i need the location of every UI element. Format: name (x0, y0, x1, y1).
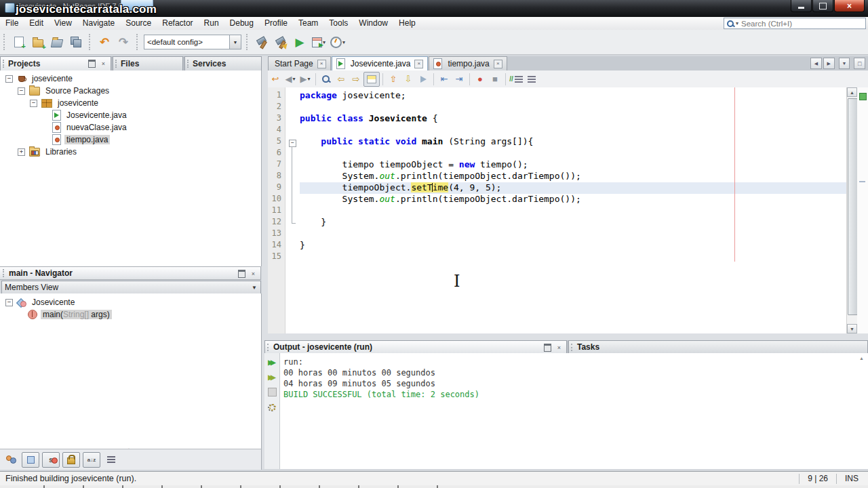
code-editor[interactable]: 123456789101112131415 − package josevice… (268, 87, 868, 333)
menu-debug[interactable]: Debug (224, 17, 259, 30)
minimize-panel-button[interactable] (237, 269, 246, 278)
code-line[interactable] (300, 102, 846, 113)
scroll-tabs-right-button[interactable]: ▶ (823, 58, 835, 69)
tree-item-josevicente[interactable]: −Josevicente (0, 296, 261, 308)
maximize-window-button[interactable] (812, 0, 833, 12)
output-panel[interactable]: ▶▶ ▶▶ run:00 horas 00 minutos 00 segundo… (264, 353, 868, 469)
tree-item-source-packages[interactable]: −Source Packages (0, 85, 261, 97)
collapse-icon[interactable]: − (5, 75, 13, 83)
sort-by-source-button[interactable] (103, 453, 119, 467)
code-line[interactable]: System.out.println(tiempoObject.darTiemp… (300, 171, 846, 182)
find-previous-button[interactable]: ⇦ (334, 73, 349, 86)
close-window-button[interactable]: × (834, 0, 865, 12)
search-scope-dropdown-icon[interactable]: ▾ (736, 20, 738, 26)
close-output-button[interactable]: × (555, 343, 564, 352)
sort-alphabetically-button[interactable]: a↓z (83, 452, 100, 468)
code-line[interactable]: public static void main (String args[]){ (300, 136, 846, 148)
config-selector[interactable]: <default config> ▼ (144, 35, 241, 49)
menu-profile[interactable]: Profile (259, 17, 293, 30)
menu-window[interactable]: Window (353, 17, 393, 30)
show-inherited-members-button[interactable] (3, 453, 19, 467)
close-tab-button[interactable]: × (494, 60, 502, 68)
document-list-button[interactable]: ▼ (839, 58, 850, 69)
expand-icon[interactable]: + (18, 148, 25, 156)
editor-tab-start-page[interactable]: Start Page× (268, 56, 331, 70)
minimize-window-button[interactable] (791, 0, 812, 12)
collapse-icon[interactable]: − (18, 87, 25, 95)
code-line[interactable] (300, 205, 846, 217)
tab-files[interactable]: Files (113, 56, 183, 70)
close-tab-button[interactable]: × (414, 60, 423, 68)
close-tab-button[interactable]: × (317, 60, 326, 68)
collapse-icon[interactable]: − (5, 299, 13, 306)
menu-view[interactable]: View (49, 17, 77, 30)
menu-source[interactable]: Source (120, 17, 157, 30)
scroll-down-button[interactable]: ▼ (847, 324, 857, 333)
code-line[interactable] (300, 228, 846, 240)
run-project-button[interactable]: ▶ (290, 33, 309, 52)
rerun-with-args-button[interactable]: ▶▶ (266, 371, 278, 383)
tasks-tab[interactable]: Tasks (568, 340, 868, 353)
menu-run[interactable]: Run (199, 17, 224, 30)
close-panel-button[interactable]: × (249, 269, 258, 278)
new-file-button[interactable]: + (9, 33, 28, 52)
undo-button[interactable]: ↶ (95, 33, 114, 52)
code-line[interactable] (300, 251, 846, 263)
code-line[interactable]: } (300, 240, 846, 251)
rerun-button[interactable]: ▶▶ (266, 356, 278, 368)
menu-navigate[interactable]: Navigate (77, 17, 120, 30)
stop-build-button[interactable] (266, 386, 278, 398)
show-static-members-button[interactable]: s (42, 452, 60, 468)
new-project-button[interactable]: + (28, 33, 47, 52)
shift-line-right-button[interactable]: ⇥ (452, 73, 467, 86)
toggle-bookmark-button[interactable] (416, 73, 431, 86)
tree-item-nuevaclase-java[interactable]: nuevaClase.java (0, 121, 261, 134)
menu-file[interactable]: File (0, 17, 24, 30)
comment-button[interactable]: // (509, 73, 524, 86)
menu-tools[interactable]: Tools (323, 17, 353, 30)
navigator-view-selector[interactable]: Members View ▼ (1, 281, 261, 294)
show-non-public-members-button[interactable] (62, 452, 80, 468)
horizontal-splitter[interactable] (262, 333, 868, 340)
editor-tab-tiempo-java[interactable]: tiempo.java× (429, 56, 507, 70)
toggle-highlight-search-button[interactable] (363, 72, 380, 87)
forward-button[interactable]: ▶▾ (298, 73, 313, 86)
maximize-editor-button[interactable]: □ (854, 58, 865, 69)
tree-item-main-string-args[interactable]: main(String[] args) (0, 308, 261, 321)
tree-item-tiempo-java[interactable]: tiempo.java (0, 134, 261, 146)
profile-project-button[interactable]: ▾ (328, 33, 347, 52)
next-occurrence-button[interactable]: ⇩ (401, 73, 416, 86)
find-next-button[interactable]: ⇨ (349, 73, 363, 86)
code-line[interactable]: package josevicente; (300, 90, 846, 102)
search-input[interactable] (740, 20, 865, 28)
uncomment-button[interactable] (524, 73, 538, 86)
config-dropdown-button[interactable]: ▼ (229, 35, 241, 49)
shift-line-left-button[interactable]: ⇤ (437, 73, 452, 86)
collapse-icon[interactable]: − (30, 100, 37, 107)
find-selection-button[interactable] (319, 73, 334, 86)
clean-build-project-button[interactable] (271, 33, 290, 52)
tree-item-josevicente[interactable]: −josevicente (0, 73, 261, 85)
code-line[interactable]: tiempoObject.setTime(4, 9, 5); (300, 182, 846, 194)
scrollbar-thumb[interactable] (848, 98, 858, 315)
code-line[interactable]: System.out.println(tiempoObject.darTiemp… (300, 194, 846, 205)
insert-mode[interactable]: INS (836, 474, 867, 484)
open-project-button[interactable] (47, 33, 66, 52)
previous-occurrence-button[interactable]: ⇧ (386, 73, 401, 86)
tree-item-libraries[interactable]: +Libraries (0, 146, 261, 158)
debug-project-button[interactable]: ▶▾ (309, 33, 328, 52)
menu-edit[interactable]: Edit (24, 17, 49, 30)
error-stripe[interactable] (857, 87, 868, 333)
code-area[interactable]: package josevicente; public class Josevi… (300, 90, 846, 263)
save-all-button[interactable] (66, 33, 85, 52)
redo-button[interactable]: ↷ (114, 33, 133, 52)
menu-help[interactable]: Help (393, 17, 421, 30)
editor-tab-josevicente-java[interactable]: Josevicente.java× (332, 56, 429, 70)
scroll-up-button[interactable]: ▲ (847, 87, 857, 97)
back-button[interactable]: ◀▾ (283, 73, 298, 86)
code-line[interactable]: tiempo tiempoObject = new tiempo(); (300, 159, 846, 171)
minimize-output-button[interactable] (543, 343, 552, 352)
tree-item-josevicente-java[interactable]: Josevicente.java (0, 109, 261, 121)
code-line[interactable]: } (300, 217, 846, 228)
close-panel-button[interactable]: × (99, 59, 108, 68)
